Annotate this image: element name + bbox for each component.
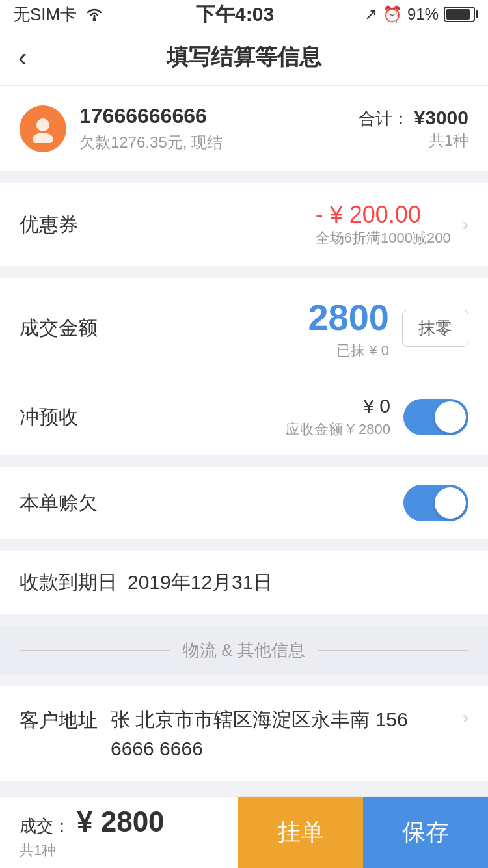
arrears-toggle[interactable] <box>403 485 468 521</box>
amount-label: 成交金额 <box>20 315 98 342</box>
status-bar: 无SIM卡 下午4:03 ↗ ⏰ 91% <box>0 0 488 29</box>
prepay-amount-col: ¥ 0 应收金额 ¥ 2800 <box>286 395 390 439</box>
prepay-amount: ¥ 0 <box>286 395 390 417</box>
alarm-icon: ⏰ <box>383 5 402 23</box>
amount-right: 2800 已抹 ¥ 0 抹零 <box>308 296 468 360</box>
chevron-right-icon: › <box>463 214 468 235</box>
battery-percent: 91% <box>407 5 439 23</box>
user-left: 17666666666 欠款1276.35元, 现结 <box>20 104 223 153</box>
pending-button[interactable]: 挂单 <box>238 797 363 869</box>
avatar <box>20 105 66 152</box>
user-card: 17666666666 欠款1276.35元, 现结 合计： ¥3000 共1种 <box>0 86 488 171</box>
coupon-label: 优惠券 <box>20 211 78 238</box>
coupon-row[interactable]: 优惠券 - ¥ 200.00 全场6折满1000减200 › <box>0 183 488 266</box>
prepay-toggle[interactable] <box>403 399 468 435</box>
user-sub-info: 欠款1276.35元, 现结 <box>79 132 223 153</box>
address-chevron-icon: › <box>463 707 468 728</box>
address-value: 张 北京市市辖区海淀区永丰南 156 6666 6666 <box>111 705 456 763</box>
due-date-value: 2019年12月31日 <box>128 569 273 596</box>
address-label: 客户地址 <box>20 707 98 734</box>
arrears-toggle-knob <box>435 487 466 519</box>
carrier-text: 无SIM卡 <box>13 3 77 26</box>
footer-amount: ¥ 2800 <box>77 806 165 838</box>
transaction-section: 成交金额 2800 已抹 ¥ 0 抹零 冲预收 ¥ 0 应收金额 ¥ 2800 <box>0 278 488 455</box>
user-total-label: 合计： <box>359 109 409 128</box>
footer-sub: 共1种 <box>20 841 219 860</box>
prepay-label: 冲预收 <box>20 404 78 431</box>
nav-bar: ‹ 填写结算等信息 <box>0 29 488 86</box>
coupon-discount: - ¥ 200.00 <box>316 201 451 228</box>
arrears-row: 本单赊欠 <box>0 467 488 539</box>
location-icon: ↗ <box>364 5 377 23</box>
transaction-amount: 2800 <box>308 296 389 338</box>
page-title: 填写结算等信息 <box>167 42 321 72</box>
svg-point-1 <box>36 118 49 131</box>
svg-point-0 <box>93 18 96 21</box>
main-content: 17666666666 欠款1276.35元, 现结 合计： ¥3000 共1种… <box>0 86 488 868</box>
prepay-row: 冲预收 ¥ 0 应收金额 ¥ 2800 <box>0 379 488 455</box>
footer-label: 成交： <box>20 815 70 837</box>
status-time: 下午4:03 <box>196 1 274 28</box>
toggle-knob <box>435 401 466 433</box>
svg-point-2 <box>33 133 53 143</box>
back-button[interactable]: ‹ <box>18 44 27 70</box>
arrears-label: 本单赊欠 <box>20 490 98 517</box>
user-count: 共1种 <box>359 130 468 151</box>
user-total-amount: ¥3000 <box>414 107 468 128</box>
divider-line-right <box>318 650 468 651</box>
user-total: 合计： ¥3000 共1种 <box>359 107 468 151</box>
logistics-text: 物流 & 其他信息 <box>183 639 305 662</box>
round-button[interactable]: 抹零 <box>402 310 468 347</box>
due-date-row: 收款到期日 2019年12月31日 <box>0 551 488 614</box>
footer-info: 成交： ¥ 2800 共1种 <box>0 806 238 860</box>
user-info: 17666666666 欠款1276.35元, 现结 <box>79 104 223 153</box>
divider-line-left <box>20 650 170 651</box>
save-button[interactable]: 保存 <box>363 797 488 869</box>
user-phone: 17666666666 <box>79 104 223 128</box>
prepay-right: ¥ 0 应收金额 ¥ 2800 <box>286 395 468 439</box>
amount-col: 2800 已抹 ¥ 0 <box>308 296 389 360</box>
logistics-divider: 物流 & 其他信息 <box>0 626 488 675</box>
coupon-desc: 全场6折满1000减200 <box>316 228 451 248</box>
due-date-label: 收款到期日 <box>20 569 117 596</box>
address-row[interactable]: 客户地址 张 北京市市辖区海淀区永丰南 156 6666 6666 › <box>0 686 488 781</box>
transaction-sub: 已抹 ¥ 0 <box>336 341 389 360</box>
amount-row: 成交金额 2800 已抹 ¥ 0 抹零 <box>0 278 488 379</box>
status-right: ↗ ⏰ 91% <box>364 5 475 23</box>
footer-main: 成交： ¥ 2800 <box>20 806 219 838</box>
avatar-icon <box>29 115 57 143</box>
wifi-icon <box>83 7 105 22</box>
coupon-right: - ¥ 200.00 全场6折满1000减200 › <box>316 201 468 248</box>
battery-icon <box>444 7 475 22</box>
prepay-sub: 应收金额 ¥ 2800 <box>286 420 390 439</box>
status-left: 无SIM卡 <box>13 3 105 26</box>
arrears-section: 本单赊欠 <box>0 467 488 539</box>
footer: 成交： ¥ 2800 共1种 挂单 保存 <box>0 796 488 868</box>
